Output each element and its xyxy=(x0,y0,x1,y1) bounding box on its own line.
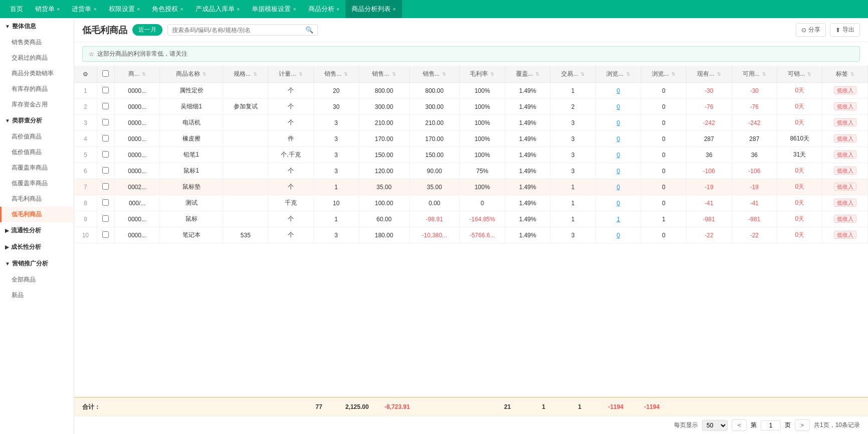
col-gross-rate[interactable]: 毛利率 ⇅ xyxy=(460,66,505,83)
share-button[interactable]: ⊙ 分享 xyxy=(796,23,826,37)
row-browse1[interactable]: 0 xyxy=(596,227,641,243)
row-select-checkbox[interactable] xyxy=(102,215,109,222)
row-browse1[interactable]: 0 xyxy=(596,147,641,163)
row-code: 0000... xyxy=(114,163,159,179)
row-browse1[interactable]: 0 xyxy=(596,179,641,195)
export-button[interactable]: ⬆ 导出 xyxy=(830,23,860,37)
row-select-checkbox[interactable] xyxy=(102,199,109,206)
row-select-checkbox[interactable] xyxy=(102,231,109,238)
col-trade[interactable]: 交易... ⇅ xyxy=(550,66,595,83)
row-checkbox[interactable] xyxy=(97,163,114,179)
row-select-checkbox[interactable] xyxy=(102,183,109,190)
row-select-checkbox[interactable] xyxy=(102,119,109,125)
nav-item-单据模板设置[interactable]: 单据模板设置× xyxy=(246,0,302,18)
row-select-checkbox[interactable] xyxy=(102,167,109,174)
row-spec xyxy=(223,211,268,227)
next-page-button[interactable]: ＞ xyxy=(795,419,810,431)
sidebar-group-成长性分析[interactable]: ▶成长性分析 xyxy=(0,239,74,255)
row-browse1[interactable]: 0 xyxy=(596,195,641,211)
row-browse1[interactable]: 0 xyxy=(596,163,641,179)
row-coverage: 1.49% xyxy=(505,227,550,243)
row-select-checkbox[interactable] xyxy=(102,135,109,141)
row-select-checkbox[interactable] xyxy=(102,151,109,158)
page-number-input[interactable] xyxy=(761,420,781,430)
nav-item-权限设置[interactable]: 权限设置× xyxy=(103,0,146,18)
row-unit: 个 xyxy=(268,211,313,227)
row-checkbox[interactable] xyxy=(97,83,114,99)
row-browse1[interactable]: 0 xyxy=(596,99,641,115)
row-browse2: 1 xyxy=(641,211,686,227)
col-available[interactable]: 可用... ⇅ xyxy=(732,66,777,83)
table-container[interactable]: ⚙ 商... ⇅ 商品名称 ⇅ 规格... ⇅ 计量... ⇅ 销售... ⇅ … xyxy=(74,66,868,397)
col-coverage[interactable]: 覆盖... ⇅ xyxy=(505,66,550,83)
sidebar-item-高价值商品[interactable]: 高价值商品 xyxy=(0,129,74,144)
row-browse1[interactable]: 0 xyxy=(596,83,641,99)
nav-close-icon[interactable]: × xyxy=(393,6,396,12)
row-qty: 3 xyxy=(313,163,359,179)
select-all-checkbox[interactable] xyxy=(102,70,109,77)
col-stock[interactable]: 现有... ⇅ xyxy=(686,66,732,83)
col-code[interactable]: 商... ⇅ xyxy=(114,66,159,83)
sidebar-item-销售类商品[interactable]: 销售类商品 xyxy=(0,35,74,50)
sidebar-item-库存资金占用[interactable]: 库存资金占用 xyxy=(0,97,74,112)
sidebar-group-整体信息[interactable]: ▼整体信息 xyxy=(0,18,74,35)
col-saleable[interactable]: 可销... ⇅ xyxy=(777,66,822,83)
sidebar-item-交易过的商品[interactable]: 交易过的商品 xyxy=(0,50,74,66)
nav-item-首页[interactable]: 首页 xyxy=(4,0,29,18)
sidebar-group-类群查分析[interactable]: ▼类群查分析 xyxy=(0,112,74,129)
row-select-checkbox[interactable] xyxy=(102,103,109,109)
sidebar-item-全部商品[interactable]: 全部商品 xyxy=(0,272,74,287)
col-name[interactable]: 商品名称 ⇅ xyxy=(160,66,223,83)
nav-close-icon[interactable]: × xyxy=(293,6,296,12)
col-gear[interactable]: ⚙ xyxy=(74,66,97,83)
row-checkbox[interactable] xyxy=(97,147,114,163)
row-checkbox[interactable] xyxy=(97,179,114,195)
nav-close-icon[interactable]: × xyxy=(137,6,140,12)
nav-close-icon[interactable]: × xyxy=(336,6,339,12)
col-browse1[interactable]: 浏览... ⇅ xyxy=(596,66,641,83)
sidebar-item-低毛利商品[interactable]: 低毛利商品 xyxy=(0,207,74,222)
sidebar-item-低价值商品[interactable]: 低价值商品 xyxy=(0,144,74,160)
sidebar-item-高毛利商品[interactable]: 高毛利商品 xyxy=(0,191,74,207)
nav-item-销货单[interactable]: 销货单× xyxy=(29,0,66,18)
nav-item-商品分析[interactable]: 商品分析× xyxy=(302,0,345,18)
nav-close-icon[interactable]: × xyxy=(237,6,240,12)
sidebar-group-营销推广分析[interactable]: ▼营销推广分析 xyxy=(0,255,74,272)
nav-item-产成品入库单[interactable]: 产成品入库单× xyxy=(190,0,246,18)
col-sale-amount[interactable]: 销售... ⇅ xyxy=(409,66,459,83)
row-available: 36 xyxy=(732,147,777,163)
per-page-select[interactable]: 50 20 100 xyxy=(702,420,728,431)
col-price[interactable]: 销售... ⇅ xyxy=(359,66,409,83)
col-browse2[interactable]: 浏览... ⇅ xyxy=(641,66,686,83)
row-checkbox[interactable] xyxy=(97,99,114,115)
row-checkbox[interactable] xyxy=(97,227,114,243)
row-checkbox[interactable] xyxy=(97,131,114,147)
row-browse1[interactable]: 1 xyxy=(596,211,641,227)
prev-page-button[interactable]: ＜ xyxy=(732,419,747,431)
nav-close-icon[interactable]: × xyxy=(57,6,60,12)
row-checkbox[interactable] xyxy=(97,195,114,211)
nav-close-icon[interactable]: × xyxy=(93,6,96,12)
col-qty[interactable]: 销售... ⇅ xyxy=(313,66,359,83)
col-tag[interactable]: 标签 ⇅ xyxy=(822,66,868,83)
nav-close-icon[interactable]: × xyxy=(180,6,183,12)
nav-item-角色授权[interactable]: 角色授权× xyxy=(146,0,189,18)
sidebar-item-新品[interactable]: 新品 xyxy=(0,287,74,303)
row-checkbox[interactable] xyxy=(97,211,114,227)
search-input[interactable] xyxy=(172,27,305,34)
sidebar-item-有库存的商品[interactable]: 有库存的商品 xyxy=(0,81,74,97)
row-checkbox[interactable] xyxy=(97,115,114,131)
search-icon[interactable]: 🔍 xyxy=(305,26,313,34)
nav-item-商品分析列表[interactable]: 商品分析列表× xyxy=(345,0,402,18)
sidebar-group-流通性分析[interactable]: ▶流通性分析 xyxy=(0,222,74,239)
row-browse1[interactable]: 0 xyxy=(596,131,641,147)
sidebar-item-高覆盖率商品[interactable]: 高覆盖率商品 xyxy=(0,160,74,176)
nav-item-进货单[interactable]: 进货单× xyxy=(66,0,102,18)
sidebar-item-低覆盖率商品[interactable]: 低覆盖率商品 xyxy=(0,176,74,191)
row-browse1[interactable]: 0 xyxy=(596,115,641,131)
period-button[interactable]: 近一月 xyxy=(132,24,162,36)
row-select-checkbox[interactable] xyxy=(102,87,109,93)
col-unit[interactable]: 计量... ⇅ xyxy=(268,66,313,83)
sidebar-item-商品分类助销率[interactable]: 商品分类助销率 xyxy=(0,66,74,81)
col-spec[interactable]: 规格... ⇅ xyxy=(223,66,268,83)
